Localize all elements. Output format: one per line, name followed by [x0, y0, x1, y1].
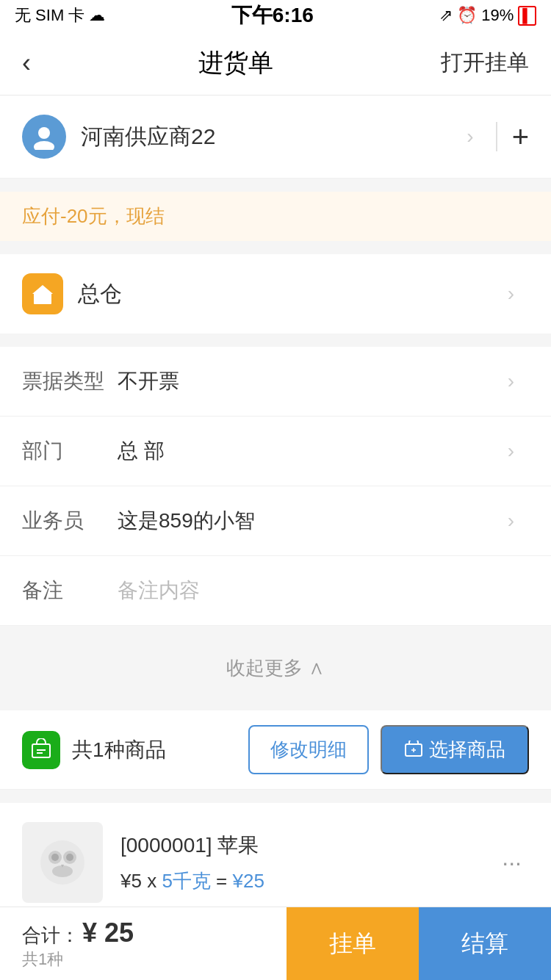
product-code: [0000001] — [120, 834, 217, 857]
svg-point-0 — [38, 127, 50, 139]
warehouse-row[interactable]: 总仓 › — [0, 254, 551, 334]
product-equals: = — [216, 870, 232, 892]
chevron-right-icon: › — [508, 439, 514, 463]
collapse-bar[interactable]: 收起更多 ∧ — [0, 639, 551, 697]
checkout-button[interactable]: 结算 — [419, 907, 551, 980]
status-time: 下午6:16 — [231, 1, 314, 29]
product-title: 苹果 — [217, 834, 259, 857]
invoice-type-row[interactable]: 票据类型 不开票 › — [0, 347, 551, 417]
svg-point-1 — [34, 141, 54, 150]
battery-level: 19% — [481, 6, 514, 25]
battery-icon: ▌ — [518, 6, 536, 26]
status-bar: 无 SIM 卡 ☁ 下午6:16 ⇗ ⏰ 19% ▌ — [0, 0, 551, 31]
remark-row[interactable]: 备注 备注内容 — [0, 556, 551, 626]
invoice-type-value: 不开票 — [118, 367, 508, 395]
suspend-button[interactable]: 挂单 — [287, 907, 419, 980]
location-icon: ⇗ — [439, 6, 453, 25]
department-label: 部门 — [22, 437, 118, 465]
product-name: [0000001] 苹果 — [120, 832, 494, 860]
chevron-right-icon: › — [467, 125, 473, 148]
supplier-avatar — [22, 115, 66, 159]
salesperson-label: 业务员 — [22, 507, 118, 535]
supplier-section: 河南供应商22 › + — [0, 96, 551, 179]
product-thumbnail — [22, 822, 103, 903]
salesperson-value: 这是859的小智 — [118, 507, 508, 535]
page-title: 进货单 — [198, 46, 273, 80]
svg-point-11 — [40, 840, 84, 884]
warehouse-name: 总仓 — [78, 279, 508, 309]
status-left: 无 SIM 卡 ☁ — [15, 4, 105, 26]
total-section: 合计： ¥ 25 共1种 — [0, 907, 287, 980]
salesperson-row[interactable]: 业务员 这是859的小智 › — [0, 486, 551, 556]
svg-point-15 — [66, 854, 73, 861]
product-detail: ¥5 x 5千克 = ¥25 — [120, 868, 494, 894]
supplier-name: 河南供应商22 — [81, 122, 467, 152]
total-amount: ¥ 25 — [82, 918, 134, 948]
total-label: 合计： — [22, 923, 79, 948]
supplier-row[interactable]: 河南供应商22 › + — [0, 96, 551, 179]
total-count: 共1种 — [22, 948, 287, 970]
chevron-right-icon: › — [508, 509, 514, 533]
svg-point-14 — [51, 854, 59, 861]
svg-marker-3 — [32, 285, 53, 294]
open-suspend-button[interactable]: 打开挂单 — [441, 48, 529, 78]
product-item: [0000001] 苹果 ¥5 x 5千克 = ¥25 ··· — [0, 803, 551, 922]
add-supplier-button[interactable]: + — [512, 120, 529, 154]
select-product-label: 选择商品 — [429, 737, 505, 763]
divider — [496, 122, 497, 151]
chevron-right-icon: › — [508, 282, 514, 306]
nav-bar: ‹ 进货单 打开挂单 — [0, 31, 551, 96]
chevron-right-icon: › — [508, 370, 514, 393]
department-value: 总 部 — [118, 437, 508, 465]
status-right: ⇗ ⏰ 19% ▌ — [439, 6, 536, 26]
svg-rect-4 — [40, 297, 46, 304]
product-price: ¥5 x — [120, 870, 162, 892]
form-section: 票据类型 不开票 › 部门 总 部 › 业务员 这是859的小智 › 备注 备注… — [0, 347, 551, 626]
notice-bar: 应付-20元，现结 — [0, 192, 551, 241]
bottom-bar: 合计： ¥ 25 共1种 挂单 结算 — [0, 907, 551, 980]
select-product-button[interactable]: 选择商品 — [381, 725, 529, 774]
product-count-text: 共1种商品 — [72, 736, 248, 764]
product-header: 共1种商品 修改明细 选择商品 — [0, 710, 551, 790]
product-total: ¥25 — [233, 870, 264, 892]
invoice-type-label: 票据类型 — [22, 367, 118, 395]
warehouse-icon — [22, 273, 63, 314]
remark-label: 备注 — [22, 577, 118, 605]
product-more-button[interactable]: ··· — [494, 842, 529, 884]
alarm-icon: ⏰ — [457, 6, 477, 25]
back-button[interactable]: ‹ — [22, 48, 31, 79]
sim-status: 无 SIM 卡 ☁ — [15, 4, 105, 26]
department-row[interactable]: 部门 总 部 › — [0, 417, 551, 486]
product-info: [0000001] 苹果 ¥5 x 5千克 = ¥25 — [120, 832, 494, 894]
product-count-icon — [22, 731, 60, 769]
edit-detail-button[interactable]: 修改明细 — [248, 725, 369, 774]
remark-placeholder: 备注内容 — [118, 577, 529, 605]
product-qty: 5千克 — [162, 870, 210, 892]
